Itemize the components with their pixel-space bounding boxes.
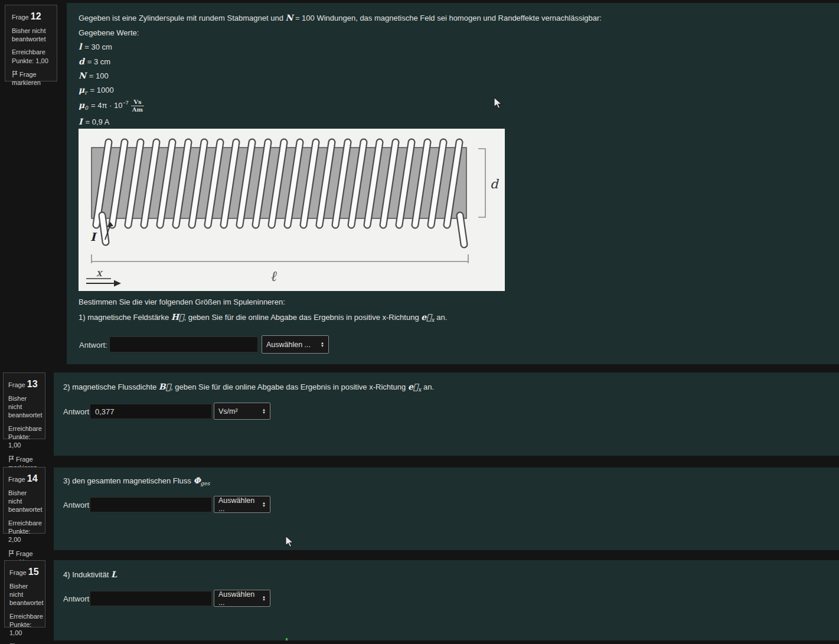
answer-label-q1: Antwort: (79, 341, 107, 349)
given-value-d: d= 3 cm (79, 56, 110, 67)
question-block-13: 2) magnetische Flussdichte B⃗, geben Sie… (54, 372, 839, 456)
mouse-cursor-icon (285, 535, 295, 548)
question-block-12: Gegeben ist eine Zylinderspule mit runde… (67, 3, 839, 364)
question-number: Frage12 (12, 11, 52, 23)
unit-select-q3[interactable]: Auswählen ... ▲▼ (214, 496, 270, 513)
question-status: Bisher nicht beantwortet (9, 582, 40, 607)
answer-input-q3[interactable] (90, 497, 212, 512)
coil-diagram: I d ℓ x (79, 129, 505, 291)
frage-number: 12 (31, 11, 41, 21)
select-value: Auswählen ... (218, 496, 256, 513)
frage-number: 13 (27, 379, 38, 389)
question-status: Bisher nicht beantwortet (12, 27, 52, 44)
given-value-N: N= 100 (79, 70, 109, 81)
given-values-title: Gegebene Werte: (79, 28, 139, 37)
question-points: Erreichbare Punkte: 1,00 (9, 612, 40, 638)
lead-wire-right (460, 215, 464, 244)
given-value-I: I= 0,9 A (79, 116, 109, 127)
quiz-page: { "boxes": [ {"frage_label":"Frage","num… (0, 0, 839, 644)
updown-arrows-icon: ▲▼ (262, 596, 266, 601)
given-value-mu-r: μr= 1000 (79, 84, 114, 96)
frage-label: Frage (12, 14, 29, 21)
question-number: Frage14 (8, 473, 40, 485)
frage-label: Frage (9, 569, 27, 576)
frage-number: 15 (28, 567, 39, 577)
flag-icon (12, 70, 18, 78)
frage-label: Frage (8, 476, 25, 483)
question-block-14: 3) den gesamten magnetischen Fluss Φges … (54, 468, 839, 550)
question-intro: Gegeben ist eine Zylinderspule mit runde… (79, 13, 602, 22)
question-3-text: 3) den gesamten magnetischen Fluss Φges (63, 476, 210, 486)
question-points: Erreichbare Punkte: 1,00 (12, 48, 52, 65)
answer-label-q4: Antwort: (63, 594, 92, 603)
question-2-text: 2) magnetische Flussdichte B⃗, geben Sie… (63, 382, 434, 393)
length-label: ℓ (271, 268, 277, 285)
question-block-15: 4) Induktivität L Antwort: Auswählen ...… (54, 560, 839, 640)
question-points: Erreichbare Punkte: 2,00 (8, 519, 40, 544)
bestimmen-text: Bestimmen Sie die vier folgenden Größen … (79, 298, 285, 306)
answer-input-q4[interactable] (90, 591, 212, 606)
given-value-mu-0: μ0= 4π · 10−7VsAm (79, 99, 144, 113)
question-number: Frage15 (9, 566, 40, 578)
updown-arrows-icon: ▲▼ (321, 342, 324, 348)
answer-label-q2: Antwort: (63, 407, 92, 416)
unit-select-q4[interactable]: Auswählen ... ▲▼ (214, 590, 270, 607)
given-value-l: l= 30 cm (79, 41, 112, 52)
question-status: Bisher nicht beantwortet (8, 394, 40, 420)
unit-select-q2[interactable]: Vs/m² ▲▼ (214, 403, 270, 420)
question-info-box-13: Frage13 Bisher nicht beantwortet Erreich… (3, 372, 45, 439)
question-points: Erreichbare Punkte: 1,00 (8, 424, 40, 450)
frage-label: Frage (8, 381, 25, 388)
mouse-cursor-icon (494, 97, 503, 110)
unit-select-q1[interactable]: Auswählen ... ▲▼ (262, 335, 329, 354)
select-value: Auswählen ... (218, 590, 256, 607)
updown-arrows-icon: ▲▼ (262, 408, 266, 414)
question-info-box-15: Frage15 Bisher nicht beantwortet Erreich… (4, 560, 45, 627)
text-caret-mark (286, 638, 288, 640)
answer-input-q2[interactable] (90, 404, 212, 419)
answer-input-q1[interactable] (109, 336, 258, 352)
question-info-box-14: Frage14 Bisher nicht beantwortet Erreich… (3, 467, 45, 534)
question-4-text: 4) Induktivität L (63, 570, 117, 579)
select-value: Auswählen ... (266, 341, 311, 349)
flag-icon (8, 455, 14, 463)
question-1-text: 1) magnetische Feldstärke H⃗, geben Sie … (79, 312, 447, 323)
question-info-box-12: Frage12 Bisher nicht beantwortet Erreich… (5, 5, 57, 81)
question-number: Frage13 (8, 378, 40, 391)
select-value: Vs/m² (218, 407, 238, 416)
flag-question-link[interactable]: Frage markieren (12, 70, 52, 87)
frage-number: 14 (27, 473, 38, 483)
flag-icon (8, 550, 14, 557)
updown-arrows-icon: ▲▼ (262, 502, 266, 508)
answer-label-q3: Antwort: (63, 501, 92, 509)
question-status: Bisher nicht beantwortet (8, 489, 40, 514)
